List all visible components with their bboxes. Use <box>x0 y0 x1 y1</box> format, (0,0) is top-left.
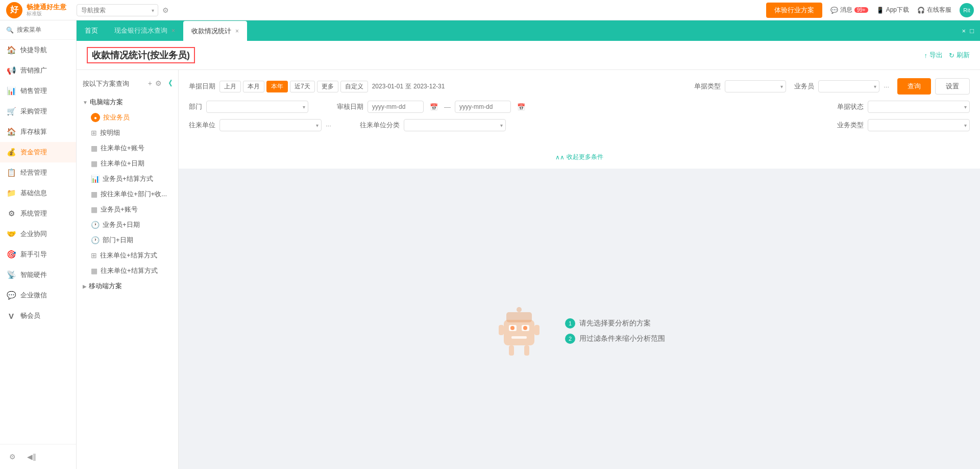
sidebar-item-marketing[interactable]: 📢 营销推广 <box>0 60 76 81</box>
tree-group-desktop-header[interactable]: ▼ 电脑端方案 <box>77 95 178 110</box>
query-button[interactable]: 查询 <box>897 78 931 95</box>
date-btn-custom[interactable]: 自定义 <box>340 81 368 92</box>
review-date-end[interactable] <box>455 101 511 113</box>
sidebar-item-guide[interactable]: 🎯 新手引导 <box>0 244 76 265</box>
tree-item-9[interactable]: ⊞ 往来单位+结算方式 <box>77 248 178 263</box>
tree-item-6[interactable]: ▦ 业务员+账号 <box>77 202 178 217</box>
sidebar-item-hardware[interactable]: 📡 智能硬件 <box>0 265 76 285</box>
mobile-group-arrow-icon: ▶ <box>83 284 87 289</box>
guide-num-1: 1 <box>565 318 575 329</box>
user-avatar[interactable]: Rit <box>960 3 974 17</box>
basic-icon: 📁 <box>6 188 16 198</box>
tab2-close-icon[interactable]: × <box>235 28 239 35</box>
settings-gear-icon[interactable]: ⚙ <box>162 6 169 14</box>
sidebar-item-inventory[interactable]: 🏠 库存核算 <box>0 122 76 142</box>
message-btn[interactable]: 💬 消息 99+ <box>830 6 868 14</box>
online-service-btn[interactable]: 🎧 在线客服 <box>917 6 951 14</box>
tree-item-5[interactable]: ▦ 按往来单位+部门+收... <box>77 186 178 202</box>
tree-item-1[interactable]: ⊞ 按明细 <box>77 125 178 140</box>
guide-icon: 🎯 <box>6 249 16 260</box>
svg-rect-7 <box>534 325 540 335</box>
sidebar-search[interactable]: 🔍 搜索菜单 <box>0 20 76 40</box>
partner-cat-select[interactable] <box>404 119 506 131</box>
collapse-panel-btn[interactable]: 《 <box>165 79 172 88</box>
nav-search-input[interactable] <box>77 4 158 16</box>
tree-item-4[interactable]: 📊 业务员+结算方式 <box>77 171 178 186</box>
scheme-settings-btn[interactable]: ⚙ <box>155 79 162 88</box>
biz-type-select[interactable] <box>868 119 970 131</box>
partner-cat-select-wrapper <box>404 119 506 131</box>
page-header: 收款情况统计(按业务员) ↑ 导出 ↻ 刷新 <box>77 41 980 70</box>
doc-status-select[interactable] <box>868 101 970 113</box>
doc-type-select[interactable] <box>725 80 786 92</box>
sidebar-item-member[interactable]: V 畅会员 <box>0 306 76 326</box>
sidebar-item-wechat[interactable]: 💬 企业微信 <box>0 285 76 306</box>
sidebar-item-sales[interactable]: 📊 销售管理 <box>0 81 76 101</box>
tree-item-3[interactable]: ▦ 往来单位+日期 <box>77 156 178 171</box>
right-panel: 单据日期 上月 本月 本年 近7天 更多 自定义 <box>179 70 980 469</box>
tab-cash-flow[interactable]: 现金银行流水查询 × <box>106 20 183 41</box>
date-btn-this-month[interactable]: 本月 <box>243 81 264 92</box>
add-scheme-btn[interactable]: + <box>148 79 152 88</box>
item9-icon: ⊞ <box>91 251 97 260</box>
cal-icon2: 📅 <box>517 103 525 111</box>
sidebar-item-finance[interactable]: 💰 资金管理 <box>0 142 76 162</box>
svg-rect-0 <box>504 320 534 345</box>
export-btn[interactable]: ↑ 导出 <box>924 51 943 60</box>
item6-icon: ▦ <box>91 205 97 214</box>
top-center: ▾ ⚙ <box>66 4 766 16</box>
doc-status-filter: 单据状态 <box>837 101 970 113</box>
tree-item-2[interactable]: ▦ 往来单位+账号 <box>77 140 178 156</box>
salesperson-more-icon[interactable]: ··· <box>884 83 889 90</box>
tree-group-mobile: ▶ 移动端方案 <box>77 278 178 294</box>
page-title: 收款情况统计(按业务员) <box>87 47 195 63</box>
salesperson-select[interactable] <box>818 80 879 92</box>
logo-text: 畅捷通好生意 <box>27 3 66 11</box>
item3-icon: ▦ <box>91 159 97 168</box>
sidebar-item-purchase[interactable]: 🛒 采购管理 <box>0 101 76 122</box>
tab-collection-stats[interactable]: 收款情况统计 × <box>183 21 247 41</box>
partner-more-icon[interactable]: ··· <box>326 122 331 129</box>
doc-type-filter: 单据类型 <box>694 80 786 92</box>
tree-item-0[interactable]: ● 按业务员 <box>77 110 178 125</box>
sidebar-settings-btn[interactable]: ⚙ <box>5 450 19 464</box>
top-bar-actions: 体验行业方案 💬 消息 99+ 📱 App下载 🎧 在线客服 Rit <box>766 3 974 18</box>
tab1-close-icon[interactable]: × <box>172 27 175 34</box>
collapse-btn[interactable]: ∧∧ 收起更多条件 <box>549 151 609 163</box>
partner-select[interactable] <box>219 119 322 131</box>
sidebar-item-collab[interactable]: 🤝 企业协同 <box>0 224 76 244</box>
date-btn-more[interactable]: 更多 <box>317 81 338 92</box>
settings-button[interactable]: 设置 <box>935 78 970 95</box>
svg-rect-9 <box>524 345 529 356</box>
refresh-btn[interactable]: ↻ 刷新 <box>949 51 970 60</box>
purchase-icon: 🛒 <box>6 106 16 116</box>
tree-item-7[interactable]: 🕐 业务员+日期 <box>77 217 178 232</box>
doc-type-select-wrapper <box>725 80 786 92</box>
salesperson-select-wrapper <box>818 80 879 92</box>
date-btn-7days[interactable]: 近7天 <box>290 81 315 92</box>
trial-button[interactable]: 体验行业方案 <box>766 3 822 18</box>
sidebar-item-quicknav[interactable]: 🏠 快捷导航 <box>0 40 76 60</box>
review-date-start[interactable] <box>368 101 424 113</box>
panel-header: 按以下方案查询 + ⚙ 《 <box>77 75 178 92</box>
tree-group-mobile-header[interactable]: ▶ 移动端方案 <box>77 278 178 294</box>
sidebar-item-system[interactable]: ⚙ 系统管理 <box>0 203 76 224</box>
app-download-btn[interactable]: 📱 App下载 <box>876 6 909 14</box>
sidebar-item-basic[interactable]: 📁 基础信息 <box>0 183 76 203</box>
dept-filter: 部门 <box>189 101 308 113</box>
window-close-icon[interactable]: × <box>962 27 966 35</box>
sidebar-item-operations[interactable]: 📋 经营管理 <box>0 162 76 183</box>
top-bar: 好 畅捷通好生意 标准版 ▾ ⚙ 体验行业方案 💬 消息 99+ 📱 App下载 <box>0 0 980 20</box>
date-btn-this-year[interactable]: 本年 <box>266 81 288 92</box>
tab-home[interactable]: 首页 <box>77 20 106 41</box>
tree-group-desktop: ▼ 电脑端方案 ● 按业务员 ⊞ <box>77 95 178 278</box>
tree-item-8[interactable]: 🕐 部门+日期 <box>77 232 178 248</box>
biz-type-filter: 业务类型 <box>837 119 970 131</box>
svg-point-3 <box>510 326 514 330</box>
sidebar-collapse-btn[interactable]: ◀‖ <box>24 450 39 464</box>
date-btn-last-month[interactable]: 上月 <box>219 81 241 92</box>
dept-select[interactable] <box>206 101 308 113</box>
window-max-icon[interactable]: □ <box>970 27 974 35</box>
filter-row-1: 单据日期 上月 本月 本年 近7天 更多 自定义 <box>189 78 970 95</box>
tree-item-10[interactable]: ▦ 往来单位+结算方式 <box>77 263 178 278</box>
